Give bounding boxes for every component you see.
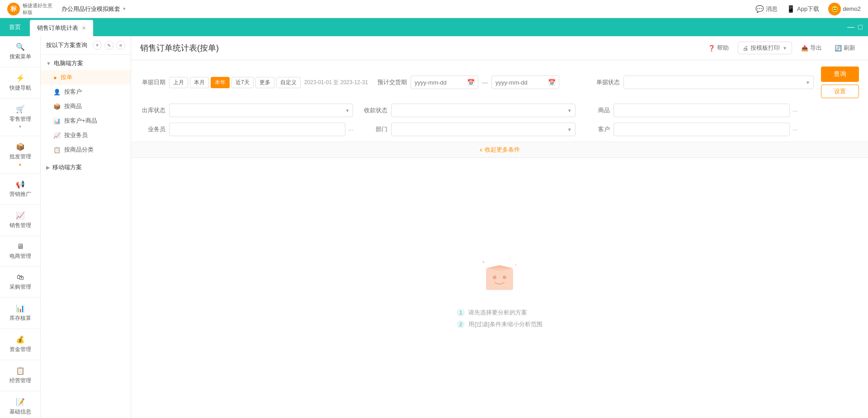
help-icon: ❓ (708, 45, 715, 52)
chevron-up-icon: ∧ (479, 147, 483, 153)
sidebar-item-retail-mgmt[interactable]: 🛒 零售管理 ▼ (0, 99, 40, 136)
empty-tip-1: 1 请先选择要分析的方案 (457, 309, 542, 317)
print-button[interactable]: 🖨 按模板打印 ▼ (738, 42, 792, 54)
ecom-icon: 🖥 (4, 242, 37, 251)
date-filter-cell: 单据日期 上月 本月 本年 近7天 更多 自定义 2023-01-01 至 20… (140, 77, 375, 88)
breadcrumb-chevron-icon[interactable]: ▾ (123, 6, 126, 12)
scheme-group-pc-header[interactable]: ▼ 电脑端方案 (41, 57, 131, 70)
customer-input[interactable] (613, 123, 790, 136)
wholesale-icon: 📦 (4, 142, 37, 151)
logo-area: 标 畅捷通好生意 标版 (7, 2, 52, 15)
sidebar-item-ecom-mgmt[interactable]: 🖥 电商管理 (0, 236, 40, 267)
retail-icon: 🛒 (4, 105, 37, 114)
date-btn-7days[interactable]: 近7天 (231, 77, 254, 88)
settings-button[interactable]: 设置 (821, 85, 859, 98)
tab-sales-order-stat[interactable]: 销售订单统计表 ✕ (30, 20, 93, 36)
sidebar-item-quick-nav[interactable]: ⚡ 快捷导航 (0, 67, 40, 99)
scheme-group-mobile-header[interactable]: ▶ 移动端方案 (41, 161, 131, 174)
product-input[interactable] (613, 104, 790, 117)
date-range-separator: — (482, 79, 488, 86)
date-btn-more[interactable]: 更多 (255, 77, 274, 88)
export-button[interactable]: 📤 导出 (797, 42, 826, 54)
empty-illustration: ✦ ✦ ✦ (475, 248, 524, 298)
scheme-panel-title: 按以下方案查询 (46, 41, 87, 49)
date-btn-last-month[interactable]: 上月 (169, 77, 188, 88)
payment-status-select[interactable] (391, 104, 575, 117)
delivery-date-label: 预计交货期 (375, 78, 407, 86)
finance-icon: 💰 (4, 335, 37, 344)
salesman-ellipsis-btn[interactable]: ··· (348, 126, 353, 133)
calendar-start-icon: 📅 (467, 79, 475, 86)
scheme-item-by-customer[interactable]: 👤 按客户 (41, 85, 131, 99)
sidebar-item-wholesale-mgmt[interactable]: 📦 批发管理 ▲ (0, 136, 40, 174)
by-salesman-icon: 📈 (53, 132, 61, 139)
help-button[interactable]: ❓ 帮助 (704, 42, 732, 54)
app-download-button[interactable]: 📱 App下载 (787, 5, 819, 13)
message-button[interactable]: 💬 消息 (755, 5, 778, 13)
user-avatar[interactable]: 😊 demo2 (828, 3, 861, 15)
window-maximize-icon[interactable]: □ (858, 23, 863, 31)
date-buttons-group: 上月 本月 本年 近7天 更多 自定义 (169, 77, 301, 88)
main-panel: 销售订单统计表(按单) ❓ 帮助 🖨 按模板打印 ▼ 📤 导出 (131, 36, 868, 418)
sidebar-item-sales-mgmt[interactable]: 📈 销售管理 (0, 205, 40, 236)
filter-section: 单据日期 上月 本月 本年 近7天 更多 自定义 2023-01-01 至 20… (131, 60, 868, 158)
collapse-scheme-panel-button[interactable]: « (116, 41, 125, 50)
logo-icon: 标 (7, 3, 20, 15)
tab-close-icon[interactable]: ✕ (82, 25, 86, 31)
doc-status-select-wrap: ▼ (623, 76, 814, 89)
refresh-icon: 🔄 (835, 45, 842, 52)
salesman-label: 业务员 (140, 125, 165, 133)
ship-status-label: 出库状态 (140, 106, 165, 114)
tip-num-1: 1 (457, 309, 465, 317)
window-minimize-icon[interactable]: — (847, 23, 854, 31)
edit-scheme-button[interactable]: ✎ (104, 41, 113, 50)
sidebar-item-inventory[interactable]: 📊 库存核算 (0, 298, 40, 329)
date-btn-this-month[interactable]: 本月 (190, 77, 209, 88)
logo-text: 畅捷通好生意 标版 (23, 2, 52, 15)
sidebar-item-finance[interactable]: 💰 资金管理 (0, 329, 40, 360)
ship-status-select[interactable] (169, 104, 353, 117)
tab-bar-actions: — □ (847, 23, 868, 31)
sidebar-item-purchase-mgmt[interactable]: 🛍 采购管理 (0, 267, 40, 298)
filter-row-3: 业务员 ··· 部门 ▼ (140, 123, 859, 136)
empty-illustration-svg: ✦ ✦ ✦ (475, 248, 524, 298)
scheme-item-by-salesman[interactable]: 📈 按业务员 (41, 128, 131, 142)
date-btn-this-year[interactable]: 本年 (211, 77, 230, 88)
payment-status-select-wrap: ▼ (391, 104, 575, 117)
scheme-item-by-product[interactable]: 📦 按商品 (41, 99, 131, 114)
breadcrumb: 办公用品行业模拟账套 ▾ (61, 5, 126, 13)
by-customer-product-icon: 📊 (53, 118, 61, 124)
date-btn-custom[interactable]: 自定义 (276, 77, 301, 88)
query-button[interactable]: 查询 (821, 66, 859, 82)
scheme-panel: 按以下方案查询 + ✎ « ▼ 电脑端方案 ● 按单 👤 (41, 36, 131, 418)
refresh-button[interactable]: 🔄 刷新 (831, 42, 859, 54)
tab-home[interactable]: 首页 (0, 18, 30, 36)
salesman-input[interactable] (169, 123, 345, 136)
chevron-down-icon: ▼ (46, 61, 51, 66)
product-ellipsis-btn[interactable]: ··· (793, 107, 797, 114)
collapse-button[interactable]: ∧ 收起更多条件 (131, 142, 868, 157)
page-header: 销售订单统计表(按单) ❓ 帮助 🖨 按模板打印 ▼ 📤 导出 (131, 36, 868, 60)
doc-status-cell: 单据状态 ▼ (594, 76, 814, 89)
doc-status-select[interactable] (623, 76, 814, 89)
sidebar-item-operations[interactable]: 📋 经营管理 (0, 360, 40, 391)
svg-text:✦: ✦ (514, 263, 518, 267)
scheme-item-by-customer-product[interactable]: 📊 按客户+商品 (41, 114, 131, 128)
top-bar-right: 💬 消息 📱 App下载 😊 demo2 (755, 3, 861, 15)
scheme-panel-header: 按以下方案查询 + ✎ « (41, 36, 131, 55)
sales-icon: 📈 (4, 211, 37, 220)
delivery-end-wrap: 📅 (491, 76, 559, 89)
chevron-right-icon: ▶ (46, 165, 50, 171)
dept-label: 部门 (362, 125, 387, 133)
sidebar-item-marketing[interactable]: 📢 营销推广 (0, 174, 40, 205)
sidebar-item-search-menu[interactable]: 🔍 搜索菜单 (0, 36, 40, 67)
salesman-cell: 业务员 ··· (140, 123, 353, 136)
add-scheme-button[interactable]: + (93, 41, 102, 50)
customer-ellipsis-btn[interactable]: ··· (793, 126, 797, 133)
scheme-item-by-product-category[interactable]: 📋 按商品分类 (41, 142, 131, 157)
print-icon: 🖨 (743, 45, 749, 52)
scheme-item-by-order[interactable]: ● 按单 (41, 70, 131, 85)
sidebar-item-basic-info[interactable]: 📝 基础信息 (0, 391, 40, 418)
dept-select[interactable] (391, 123, 575, 136)
delivery-date-cell: 预计交货期 📅 — 📅 (375, 76, 594, 89)
